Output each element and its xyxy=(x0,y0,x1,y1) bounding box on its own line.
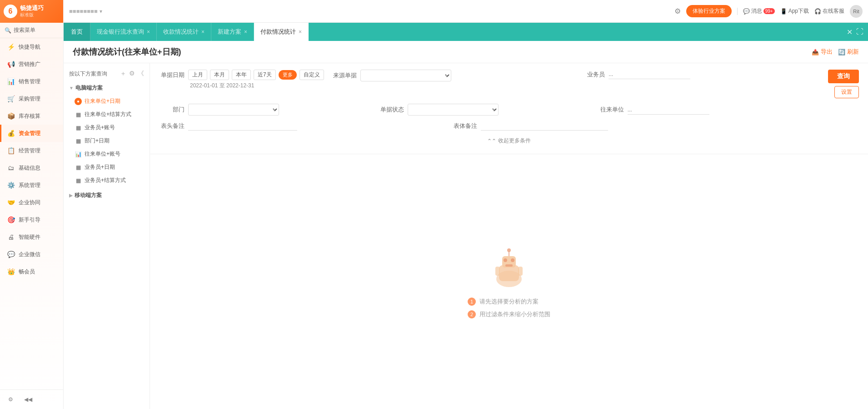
message-button[interactable]: 💬 消息 99+ xyxy=(743,7,775,15)
sidebar-item-label: 系统管理 xyxy=(19,182,40,189)
date-btn-more[interactable]: 更多 xyxy=(279,70,297,80)
date-btn-this-month[interactable]: 本月 xyxy=(210,70,229,80)
scheme-group-mobile-header[interactable]: ▶ 移动端方案 xyxy=(64,189,150,202)
tab-bank-flow[interactable]: 现金银行流水查询 × xyxy=(90,23,157,41)
date-btn-custom[interactable]: 自定义 xyxy=(299,70,324,80)
sidebar-item-label: 快捷导航 xyxy=(19,43,40,51)
capital-icon: 💰 xyxy=(7,129,15,137)
export-button[interactable]: 📤 导出 xyxy=(812,48,833,56)
user-avatar[interactable]: Rit xyxy=(850,5,863,18)
query-button[interactable]: 查询 xyxy=(828,70,859,83)
scheme-item-icon-sd: ▦ xyxy=(75,164,82,171)
scheme-item-dept-date[interactable]: ▦ 部门+日期 xyxy=(64,134,150,147)
filter-collapse-button[interactable]: ⌃⌃ 收起更多条件 xyxy=(487,134,531,147)
content-body: 按以下方案查询 ＋ ⚙ 《 ▼ 电脑端方案 ● 往来单位+日期 xyxy=(64,63,868,409)
scheme-group-desktop: ▼ 电脑端方案 ● 往来单位+日期 ▦ 往来单位+结算方式 ▦ 业务员+账号 xyxy=(64,81,150,187)
sidebar-item-capital[interactable]: 💰 资金管理 xyxy=(0,125,63,142)
hint2-text: 用过滤条件来缩小分析范围 xyxy=(479,310,550,318)
empty-hint-1: 1 请先选择要分析的方案 xyxy=(468,298,550,306)
svg-point-4 xyxy=(511,258,514,262)
scheme-item-label: 业务员+结算方式 xyxy=(85,177,126,184)
sidebar-item-quick-nav[interactable]: ⚡ 快捷导航 xyxy=(0,38,63,56)
collapse-panel-icon[interactable]: 《 xyxy=(138,70,144,78)
body-note-label: 表体备注 xyxy=(452,122,477,130)
date-btn-last-month[interactable]: 上月 xyxy=(188,70,207,80)
scheme-item-icon-ss: ▦ xyxy=(75,177,82,184)
staff-input[interactable] xyxy=(609,70,690,79)
scheme-item-staff-account[interactable]: ▦ 业务员+账号 xyxy=(64,121,150,134)
sidebar-item-basic-info[interactable]: 🗂 基础信息 xyxy=(0,159,63,177)
sidebar-item-guide[interactable]: 🎯 新手引导 xyxy=(0,211,63,228)
tab-new-scheme-close[interactable]: × xyxy=(244,29,247,35)
sidebar-item-sales[interactable]: 📊 销售管理 xyxy=(0,73,63,90)
basic-info-icon: 🗂 xyxy=(7,164,15,172)
sidebar-item-label: 销售管理 xyxy=(19,78,40,86)
sidebar-settings-button[interactable]: ⚙ xyxy=(5,394,17,404)
scheme-item-partner-settlement[interactable]: ▦ 往来单位+结算方式 xyxy=(64,108,150,121)
refresh-button[interactable]: 🔄 刷新 xyxy=(838,48,859,56)
tab-new-scheme[interactable]: 新建方案 × xyxy=(211,23,254,41)
topbar-controls: ⚙ 体验行业方案 💬 消息 99+ 📱 App下载 🎧 在线客服 Rit xyxy=(674,5,863,18)
date-btn-this-year[interactable]: 本年 xyxy=(232,70,251,80)
tab-close-all-icon[interactable]: ✕ xyxy=(847,28,853,36)
source-label: 来源单据 xyxy=(331,71,357,80)
tab-bank-flow-label: 现金银行流水查询 xyxy=(97,28,144,36)
scheme-item-staff-date[interactable]: ▦ 业务员+日期 xyxy=(64,161,150,174)
guide-icon: 🎯 xyxy=(7,216,15,224)
refresh-label: 刷新 xyxy=(847,48,859,56)
svg-rect-7 xyxy=(518,267,523,276)
online-service-button[interactable]: 🎧 在线客服 xyxy=(814,7,844,15)
sidebar-item-purchase[interactable]: 🛒 采购管理 xyxy=(0,90,63,107)
tab-receipt-stats[interactable]: 收款情况统计 × xyxy=(157,23,211,41)
main-area: ■■■■■■■■ ▾ ⚙ 体验行业方案 💬 消息 99+ 📱 App下载 🎧 在… xyxy=(64,0,868,409)
scheme-item-label: 业务员+日期 xyxy=(85,163,115,171)
header-note-label: 表头备注 xyxy=(159,122,185,130)
hint2-number: 2 xyxy=(468,310,476,318)
partner-input[interactable] xyxy=(628,105,709,115)
tab-payment-stats-close[interactable]: × xyxy=(299,29,302,35)
sidebar-collapse-button[interactable]: ◀◀ xyxy=(20,394,36,404)
staff-label: 业务员 xyxy=(579,71,605,79)
scheme-item-staff-settlement[interactable]: ▦ 业务员+结算方式 xyxy=(64,174,150,187)
sidebar-item-inventory[interactable]: 📦 库存核算 xyxy=(0,107,63,125)
scheme-settings-icon[interactable]: ⚙ xyxy=(129,70,135,78)
trial-industry-button[interactable]: 体验行业方案 xyxy=(686,5,732,17)
sidebar-item-system[interactable]: ⚙️ 系统管理 xyxy=(0,177,63,194)
sidebar-item-hardware[interactable]: 🖨 智能硬件 xyxy=(0,228,63,246)
logo-text: 6 xyxy=(9,7,13,15)
sidebar-item-marketing[interactable]: 📢 营销推广 xyxy=(0,56,63,73)
scheme-item-partner-date[interactable]: ● 往来单位+日期 xyxy=(64,95,150,108)
tab-expand-icon[interactable]: ⛶ xyxy=(856,28,863,36)
refresh-icon: 🔄 xyxy=(838,49,845,56)
dept-select[interactable] xyxy=(188,104,279,116)
date-options: 上月 本月 本年 近7天 更多 自定义 xyxy=(188,70,324,80)
weixin-icon: 💬 xyxy=(7,250,15,258)
source-select[interactable] xyxy=(360,70,451,81)
sidebar-item-enterprise[interactable]: 🤝 企业协同 xyxy=(0,194,63,211)
date-range: 2022-01-01 至 2022-12-31 xyxy=(190,82,254,90)
topbar-settings-icon[interactable]: ⚙ xyxy=(674,7,681,15)
app-name: 畅捷通巧 xyxy=(20,5,44,12)
tab-bank-flow-close[interactable]: × xyxy=(147,29,150,35)
sidebar-item-operation[interactable]: 📋 经营管理 xyxy=(0,142,63,159)
sidebar-item-member[interactable]: 👑 畅会员 xyxy=(0,263,63,280)
sidebar-item-label: 库存核算 xyxy=(19,112,40,120)
date-btn-last-7days[interactable]: 近7天 xyxy=(254,70,276,80)
svg-rect-1 xyxy=(499,265,519,281)
dept-select-wrap xyxy=(188,104,279,116)
add-scheme-icon[interactable]: ＋ xyxy=(120,70,126,78)
tab-receipt-stats-close[interactable]: × xyxy=(201,29,205,35)
scheme-item-partner-account[interactable]: 📊 往来单位+账号 xyxy=(64,147,150,161)
doc-status-select[interactable] xyxy=(408,104,499,116)
settings-button[interactable]: 设置 xyxy=(834,86,859,98)
scheme-group-desktop-header[interactable]: ▼ 电脑端方案 xyxy=(64,81,150,95)
tab-payment-stats[interactable]: 付款情况统计 × xyxy=(254,23,309,41)
sidebar-item-weixin[interactable]: 💬 企业微信 xyxy=(0,246,63,263)
tab-home[interactable]: 首页 xyxy=(64,23,90,41)
app-download-button[interactable]: 📱 App下载 xyxy=(780,7,809,15)
breadcrumb-dropdown[interactable]: ▾ xyxy=(100,8,102,15)
app-download-icon: 📱 xyxy=(780,8,787,15)
body-note-input[interactable] xyxy=(481,121,608,131)
sidebar-search[interactable]: 🔍 搜索菜单 xyxy=(0,23,63,38)
header-note-input[interactable] xyxy=(188,121,297,131)
